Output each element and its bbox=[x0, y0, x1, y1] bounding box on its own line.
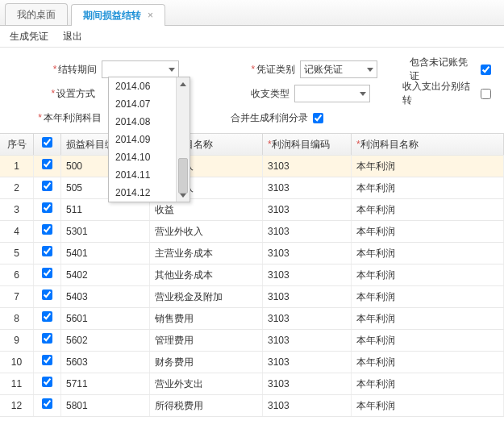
row-checkbox[interactable] bbox=[42, 181, 52, 191]
col-profit-code: *利润科目编码 bbox=[263, 134, 352, 155]
cell-seq: 4 bbox=[0, 221, 34, 242]
period-dropdown[interactable]: 2014.062014.072014.082014.092014.102014.… bbox=[108, 77, 190, 202]
cell-loss-code: 5801 bbox=[61, 395, 150, 416]
col-seq: 序号 bbox=[0, 134, 34, 155]
cell-profit-name: 本年利润 bbox=[352, 177, 504, 198]
table-row[interactable]: 45301营业外收入3103本年利润 bbox=[0, 221, 504, 243]
cell-check bbox=[34, 373, 61, 394]
cell-check bbox=[34, 199, 61, 220]
table-row[interactable]: 3511收益3103本年利润 bbox=[0, 199, 504, 221]
cell-profit-code: 3103 bbox=[263, 373, 352, 394]
table-row[interactable]: 65402其他业务成本3103本年利润 bbox=[0, 264, 504, 286]
cell-profit-name: 本年利润 bbox=[352, 373, 504, 394]
scroll-up-button[interactable] bbox=[177, 77, 190, 90]
chevron-down-icon bbox=[360, 92, 366, 96]
select-all-checkbox[interactable] bbox=[42, 137, 52, 148]
cell-profit-code: 3103 bbox=[263, 286, 352, 307]
cell-check bbox=[34, 330, 61, 351]
tab-period-transfer[interactable]: 期间损益结转 × bbox=[71, 4, 165, 26]
row-checkbox[interactable] bbox=[42, 202, 52, 213]
cell-seq: 9 bbox=[0, 330, 34, 351]
cell-profit-name: 本年利润 bbox=[352, 221, 504, 242]
cell-loss-code: 5403 bbox=[61, 286, 150, 307]
cell-seq: 6 bbox=[0, 264, 34, 285]
tab-desktop[interactable]: 我的桌面 bbox=[5, 3, 68, 25]
cell-loss-code: 5402 bbox=[61, 264, 150, 285]
cell-profit-code: 3103 bbox=[263, 330, 352, 351]
cell-check bbox=[34, 156, 61, 177]
cell-loss-name: 营业外支出 bbox=[150, 373, 263, 394]
cell-profit-code: 3103 bbox=[263, 264, 352, 285]
col-check bbox=[34, 134, 61, 155]
cell-seq: 1 bbox=[0, 156, 34, 177]
cell-check bbox=[34, 395, 61, 416]
row-checkbox[interactable] bbox=[42, 398, 52, 409]
cell-seq: 8 bbox=[0, 308, 34, 329]
include-unposted-label: 包含未记账凭证 bbox=[410, 56, 473, 83]
exit-button[interactable]: 退出 bbox=[63, 26, 82, 47]
tab-desktop-label: 我的桌面 bbox=[17, 4, 56, 25]
cell-seq: 11 bbox=[0, 373, 34, 394]
table-row[interactable]: 1500业务收入3103本年利润 bbox=[0, 156, 504, 177]
cell-profit-code: 3103 bbox=[263, 308, 352, 329]
income-type-label: 收支类型 bbox=[207, 87, 294, 101]
cell-loss-code: 5603 bbox=[61, 352, 150, 373]
row-checkbox[interactable] bbox=[42, 246, 52, 256]
cell-check bbox=[34, 352, 61, 373]
row-checkbox[interactable] bbox=[42, 311, 52, 322]
table-row[interactable]: 115711营业外支出3103本年利润 bbox=[0, 373, 504, 395]
split-checkbox[interactable] bbox=[481, 89, 491, 99]
cell-check bbox=[34, 308, 61, 329]
cell-profit-name: 本年利润 bbox=[352, 286, 504, 307]
chevron-down-icon bbox=[367, 68, 373, 72]
row-checkbox[interactable] bbox=[42, 159, 52, 169]
cell-loss-code: 5601 bbox=[61, 308, 150, 329]
cell-check bbox=[34, 243, 61, 264]
cell-profit-name: 本年利润 bbox=[352, 156, 504, 177]
tab-bar: 我的桌面 期间损益结转 × bbox=[0, 0, 504, 26]
voucher-type-combo[interactable]: 记账凭证 bbox=[300, 60, 377, 78]
merge-label: 合并生成利润分录 bbox=[219, 111, 313, 125]
row-checkbox[interactable] bbox=[42, 377, 52, 387]
period-combo[interactable] bbox=[102, 60, 178, 78]
scrollbar-track[interactable] bbox=[176, 77, 190, 202]
table-row[interactable]: 2505业务收入3103本年利润 bbox=[0, 177, 504, 199]
table-row[interactable]: 105603财务费用3103本年利润 bbox=[0, 352, 504, 373]
close-icon[interactable]: × bbox=[148, 5, 153, 26]
cell-seq: 2 bbox=[0, 177, 34, 198]
cell-loss-name: 其他业务成本 bbox=[150, 264, 263, 285]
voucher-type-value: 记账凭证 bbox=[304, 63, 343, 77]
cell-profit-code: 3103 bbox=[263, 243, 352, 264]
row-checkbox[interactable] bbox=[42, 289, 52, 300]
filter-form: 结转期间 凭证类别 记账凭证 包含未记账凭证 设置方式 收支类型 收入支出分别结… bbox=[0, 48, 504, 133]
cell-profit-name: 本年利润 bbox=[352, 352, 504, 373]
table-row[interactable]: 75403营业税金及附加3103本年利润 bbox=[0, 286, 504, 308]
cell-profit-code: 3103 bbox=[263, 395, 352, 416]
account-table: 序号 损益科目编码 损益科目名称 *利润科目编码 *利润科目名称 1500业务收… bbox=[0, 133, 504, 417]
cell-loss-name: 所得税费用 bbox=[150, 395, 263, 416]
scroll-down-button[interactable] bbox=[177, 189, 190, 202]
row-checkbox[interactable] bbox=[42, 333, 52, 344]
table-row[interactable]: 85601销售费用3103本年利润 bbox=[0, 308, 504, 330]
split-label: 收入支出分别结转 bbox=[402, 80, 473, 107]
merge-checkbox[interactable] bbox=[313, 113, 323, 123]
table-row[interactable]: 125801所得税费用3103本年利润 bbox=[0, 395, 504, 417]
cell-profit-name: 本年利润 bbox=[352, 243, 504, 264]
row-checkbox[interactable] bbox=[42, 355, 52, 365]
cell-check bbox=[34, 177, 61, 198]
cell-loss-name: 销售费用 bbox=[150, 308, 263, 329]
row-checkbox[interactable] bbox=[42, 224, 52, 235]
generate-voucher-button[interactable]: 生成凭证 bbox=[10, 26, 48, 47]
include-unposted-checkbox[interactable] bbox=[481, 65, 491, 75]
col-profit-name: *利润科目名称 bbox=[352, 134, 504, 155]
row-checkbox[interactable] bbox=[42, 268, 52, 278]
table-row[interactable]: 95602管理费用3103本年利润 bbox=[0, 330, 504, 352]
income-type-combo[interactable] bbox=[294, 85, 370, 102]
cell-seq: 3 bbox=[0, 199, 34, 220]
col-profit-name-label: 利润科目名称 bbox=[360, 139, 419, 150]
cell-profit-name: 本年利润 bbox=[352, 264, 504, 285]
cell-profit-name: 本年利润 bbox=[352, 330, 504, 351]
cell-loss-name: 营业外收入 bbox=[150, 221, 263, 242]
table-row[interactable]: 55401主营业务成本3103本年利润 bbox=[0, 243, 504, 264]
cell-profit-code: 3103 bbox=[263, 177, 352, 198]
